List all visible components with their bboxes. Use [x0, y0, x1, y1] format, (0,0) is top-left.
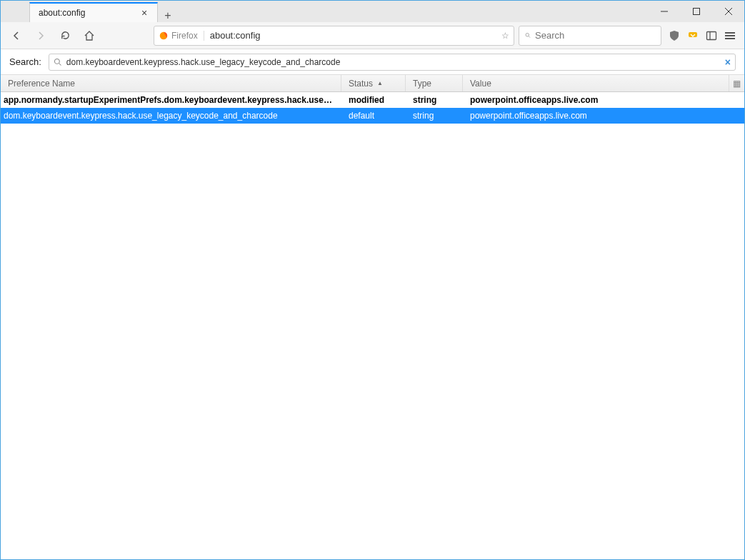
search-bar[interactable]	[519, 26, 661, 46]
search-input[interactable]	[535, 30, 655, 41]
home-button[interactable]	[79, 26, 99, 46]
svg-line-11	[59, 63, 61, 65]
column-header-type[interactable]: Type	[406, 75, 463, 91]
reload-button[interactable]	[55, 26, 75, 46]
svg-line-6	[529, 36, 530, 38]
svg-point-10	[54, 59, 59, 64]
back-button[interactable]	[6, 26, 26, 46]
cell-status: default	[341, 111, 406, 121]
table-row[interactable]: app.normandy.startupExperimentPrefs.dom.…	[1, 92, 744, 108]
tab-title: about:config	[39, 8, 133, 18]
url-bar[interactable]: Firefox ☆	[154, 26, 514, 46]
shield-icon[interactable]	[669, 30, 680, 41]
filter-input[interactable]	[66, 57, 721, 67]
table-row[interactable]: dom.keyboardevent.keypress.hack.use_lega…	[1, 108, 744, 124]
window-minimize-button[interactable]	[648, 1, 680, 22]
search-icon	[54, 58, 62, 66]
column-picker-icon[interactable]: ▦	[729, 75, 744, 91]
filter-label: Search:	[9, 56, 41, 67]
window-close-button[interactable]	[712, 1, 744, 22]
cell-type: string	[406, 111, 463, 121]
svg-rect-8	[707, 31, 716, 39]
window-maximize-button[interactable]	[680, 1, 712, 22]
table-body: app.normandy.startupExperimentPrefs.dom.…	[1, 92, 744, 559]
filter-input-wrap[interactable]: ×	[49, 54, 736, 71]
column-header-value[interactable]: Value	[463, 75, 729, 91]
close-tab-icon[interactable]: ×	[139, 7, 150, 19]
column-header-status[interactable]: Status	[341, 75, 406, 91]
identity-label: Firefox	[171, 31, 198, 41]
toolbar-icons	[666, 30, 739, 41]
cell-status: modified	[341, 95, 406, 105]
window-controls	[648, 1, 744, 22]
browser-tab[interactable]: about:config ×	[29, 2, 158, 22]
clear-filter-icon[interactable]: ×	[725, 56, 731, 68]
pocket-icon[interactable]	[687, 30, 699, 41]
cell-value: powerpoint.officeapps.live.com	[463, 111, 744, 121]
firefox-icon	[159, 31, 169, 41]
menu-button[interactable]	[724, 30, 736, 41]
title-bar: about:config × +	[1, 1, 744, 22]
url-input[interactable]	[210, 30, 496, 41]
svg-point-5	[526, 34, 529, 37]
tabs-area: about:config × +	[1, 1, 648, 22]
nav-toolbar: Firefox ☆	[1, 22, 744, 49]
identity-box[interactable]: Firefox	[159, 31, 204, 41]
column-header-pref[interactable]: Preference Name	[1, 75, 341, 91]
cell-value: powerpoint.officeapps.live.com	[463, 95, 744, 105]
svg-rect-1	[693, 9, 699, 15]
table-header: Preference Name Status Type Value ▦	[1, 75, 744, 92]
cell-pref: app.normandy.startupExperimentPrefs.dom.…	[1, 95, 341, 105]
config-filter-bar: Search: ×	[1, 49, 744, 75]
new-tab-button[interactable]: +	[158, 9, 178, 22]
cell-type: string	[406, 95, 463, 105]
bookmark-star-icon[interactable]: ☆	[501, 31, 509, 41]
cell-pref: dom.keyboardevent.keypress.hack.use_lega…	[1, 111, 341, 121]
search-icon	[525, 31, 531, 40]
forward-button[interactable]	[31, 26, 51, 46]
sidebar-icon[interactable]	[706, 30, 717, 41]
